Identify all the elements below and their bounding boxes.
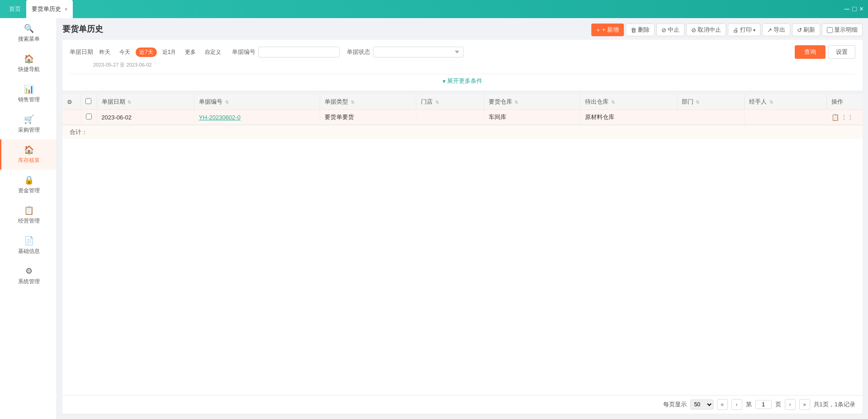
date-btn-custom[interactable]: 自定义 bbox=[201, 48, 225, 57]
col-store-sort-icon: ⇅ bbox=[435, 100, 439, 105]
col-req-warehouse-sort-icon: ⇅ bbox=[514, 100, 518, 105]
maximize-button[interactable]: □ bbox=[852, 5, 857, 13]
refresh-button[interactable]: ↺ 刷新 bbox=[792, 24, 820, 36]
first-page-button[interactable]: « bbox=[717, 399, 728, 410]
new-button[interactable]: + + 新增 bbox=[591, 24, 624, 36]
sidebar-item-quick-nav[interactable]: 🏠 快捷导航 bbox=[0, 48, 57, 79]
filter-panel: 单据日期 昨天 今天 近7天 近1月 更多 自定义 单据编号 bbox=[62, 40, 863, 90]
delete-button[interactable]: 🗑 删除 bbox=[626, 24, 655, 36]
tab-home[interactable]: 首页 bbox=[4, 0, 26, 18]
col-doc-date[interactable]: 单据日期 ⇅ bbox=[97, 94, 194, 110]
query-button[interactable]: 查询 bbox=[795, 45, 826, 59]
date-btn-more[interactable]: 更多 bbox=[181, 48, 199, 57]
row-doc-no: YH-20230602-0 bbox=[194, 110, 320, 125]
sidebar-item-quick-nav-label: 快捷导航 bbox=[18, 66, 40, 73]
col-handler[interactable]: 经手人 ⇅ bbox=[745, 94, 826, 110]
row-doc-no-link[interactable]: YH-20230602-0 bbox=[199, 114, 241, 121]
search-menu-icon: 🔍 bbox=[24, 24, 34, 33]
date-filter-label: 单据日期 bbox=[70, 48, 93, 56]
doc-no-input[interactable] bbox=[258, 47, 340, 57]
sidebar-item-search-menu-label: 搜索菜单 bbox=[18, 35, 40, 43]
sidebar-item-inventory-mgmt[interactable]: 🏠 库存核算 bbox=[0, 139, 57, 170]
page-size-select[interactable]: 50 20 100 200 bbox=[690, 400, 713, 409]
data-table: ⚙ 单据日期 ⇅ 单据编号 ⇅ 单据类型 bbox=[62, 94, 863, 125]
row-checkbox[interactable] bbox=[86, 114, 92, 119]
close-button[interactable]: × bbox=[859, 5, 863, 13]
col-department-label: 部门 bbox=[682, 98, 693, 105]
settings-label: 设置 bbox=[836, 48, 848, 56]
table-row: 2023-06-02 YH-20230602-0 要货单要货 车间库 原材料仓库 bbox=[62, 110, 863, 125]
sidebar-item-purchase-mgmt-label: 采购管理 bbox=[18, 126, 40, 134]
query-label: 查询 bbox=[804, 48, 816, 56]
date-btn-1month[interactable]: 近1月 bbox=[159, 48, 180, 57]
status-select[interactable] bbox=[373, 47, 463, 57]
col-handler-label: 经手人 bbox=[749, 98, 767, 105]
cancel-stop-button[interactable]: ⊘ 取消中止 bbox=[686, 24, 726, 36]
page-input[interactable] bbox=[755, 400, 772, 409]
tab-requisition-history-label: 要货单历史 bbox=[32, 5, 61, 13]
sidebar-item-system-mgmt-label: 系统管理 bbox=[18, 278, 40, 286]
sidebar-item-finance-mgmt-label: 资金管理 bbox=[18, 187, 40, 195]
row-checkbox-col bbox=[80, 110, 97, 125]
sidebar-item-sales-mgmt[interactable]: 📊 销售管理 bbox=[0, 79, 57, 109]
col-store[interactable]: 门店 ⇅ bbox=[416, 94, 484, 110]
window-controls: ─ □ × bbox=[844, 5, 868, 13]
export-icon: ↗ bbox=[767, 27, 772, 33]
data-table-container: ⚙ 单据日期 ⇅ 单据编号 ⇅ 单据类型 bbox=[62, 94, 863, 414]
print-label: 打印 bbox=[740, 26, 752, 34]
sidebar-item-inventory-mgmt-label: 库存核算 bbox=[18, 157, 40, 164]
sidebar-item-basic-info[interactable]: 📄 基础信息 bbox=[0, 230, 57, 261]
col-doc-no-label: 单据编号 bbox=[199, 98, 222, 105]
col-checkbox bbox=[80, 94, 97, 110]
print-button[interactable]: 🖨 打印 ▾ bbox=[728, 24, 760, 36]
stop-label: 中止 bbox=[668, 26, 679, 34]
col-req-warehouse[interactable]: 要货仓库 ⇅ bbox=[484, 94, 580, 110]
row-department bbox=[677, 110, 744, 125]
expand-filter-button[interactable]: ▾ 展开更多条件 bbox=[443, 77, 482, 85]
doc-no-filter-label: 单据编号 bbox=[232, 48, 255, 56]
sidebar-item-search-menu[interactable]: 🔍 搜索菜单 bbox=[0, 18, 57, 48]
col-doc-type[interactable]: 单据类型 ⇅ bbox=[320, 94, 416, 110]
prev-page-button[interactable]: ‹ bbox=[731, 399, 742, 410]
date-btn-yesterday[interactable]: 昨天 bbox=[96, 48, 114, 57]
status-filter-label: 单据状态 bbox=[347, 48, 370, 56]
row-more-icon[interactable]: ⋮⋮ bbox=[841, 114, 854, 121]
sidebar-item-purchase-mgmt[interactable]: 🛒 采购管理 bbox=[0, 109, 57, 139]
col-settings[interactable]: ⚙ bbox=[62, 94, 80, 110]
sidebar-item-basic-info-label: 基础信息 bbox=[18, 248, 40, 255]
status-filter-group: 单据状态 bbox=[347, 47, 463, 57]
date-btn-today[interactable]: 今天 bbox=[116, 48, 134, 57]
tab-close-icon[interactable]: × bbox=[65, 6, 67, 12]
col-doc-no[interactable]: 单据编号 ⇅ bbox=[194, 94, 320, 110]
filter-row-date-range: 2023-05-27 至 2023-06-02 bbox=[70, 61, 855, 68]
last-page-button[interactable]: » bbox=[799, 399, 810, 410]
display-detail-button[interactable]: 显示明细 bbox=[822, 24, 863, 36]
new-icon: + bbox=[596, 27, 600, 33]
display-detail-checkbox[interactable] bbox=[827, 27, 833, 33]
export-button[interactable]: ↗ 导出 bbox=[762, 24, 790, 36]
sidebar-item-finance-mgmt[interactable]: 🔒 资金管理 bbox=[0, 170, 57, 200]
stop-button[interactable]: ⊘ 中止 bbox=[656, 24, 684, 36]
cancel-stop-label: 取消中止 bbox=[698, 26, 721, 34]
sidebar-item-system-mgmt[interactable]: ⚙ 系统管理 bbox=[0, 261, 57, 291]
content-area: 要货单历史 + + 新增 🗑 删除 ⊘ 中止 ⊘ 取消中止 bbox=[57, 18, 868, 419]
purchase-mgmt-icon: 🛒 bbox=[24, 114, 34, 124]
row-doc-date: 2023-06-02 bbox=[97, 110, 194, 125]
table-summary-footer: 合计： bbox=[62, 125, 863, 139]
col-pending-warehouse[interactable]: 待出仓库 ⇅ bbox=[580, 94, 677, 110]
row-doc-type: 要货单要货 bbox=[320, 110, 416, 125]
col-doc-no-sort-icon: ⇅ bbox=[225, 100, 229, 105]
quick-nav-icon: 🏠 bbox=[24, 54, 34, 64]
next-page-button[interactable]: › bbox=[785, 399, 796, 410]
date-btn-7days[interactable]: 近7天 bbox=[136, 48, 157, 57]
cancel-stop-icon: ⊘ bbox=[691, 27, 696, 33]
minimize-button[interactable]: ─ bbox=[844, 5, 849, 13]
row-pending-warehouse: 原材料仓库 bbox=[580, 110, 677, 125]
select-all-checkbox[interactable] bbox=[85, 98, 91, 104]
row-edit-icon[interactable]: 📋 bbox=[831, 114, 839, 121]
tab-requisition-history[interactable]: 要货单历史 × bbox=[26, 0, 73, 18]
sidebar-item-operations-mgmt[interactable]: 📋 经营管理 bbox=[0, 200, 57, 230]
col-department[interactable]: 部门 ⇅ bbox=[677, 94, 744, 110]
settings-button[interactable]: 设置 bbox=[828, 45, 855, 59]
row-settings-col bbox=[62, 110, 80, 125]
